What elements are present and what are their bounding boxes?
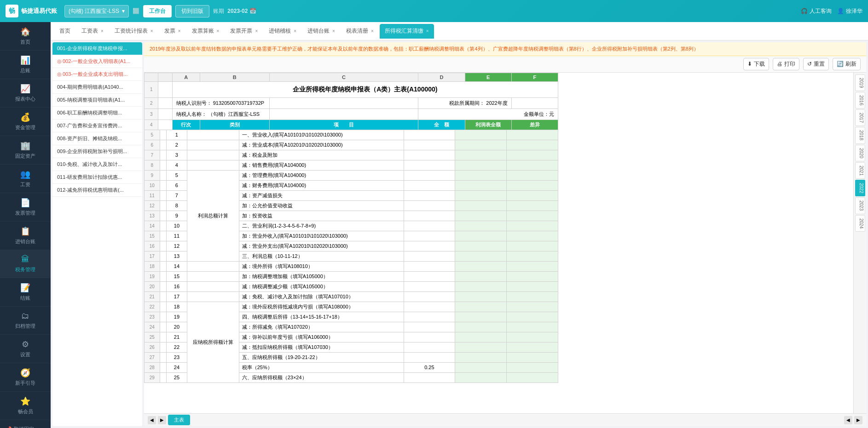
profit-cell[interactable]	[455, 362, 507, 372]
year-2018[interactable]: 2018	[855, 127, 865, 143]
amount-cell[interactable]	[404, 160, 455, 170]
download-btn[interactable]: ⬇ 下载	[743, 58, 769, 70]
tab-purchase-ledger[interactable]: 进销台账 ×	[302, 24, 340, 39]
list-item-012[interactable]: 012-减免所得税优惠明细表(...	[52, 184, 142, 197]
tab-purchase-check-close[interactable]: ×	[294, 29, 296, 34]
profit-cell[interactable]	[455, 281, 507, 291]
diff-cell[interactable]	[507, 150, 558, 160]
spreadsheet-wrapper[interactable]: A B C D E F	[144, 73, 853, 414]
diff-cell[interactable]	[507, 332, 558, 342]
diff-cell[interactable]	[507, 372, 558, 382]
tab-invoice-open-close[interactable]: ×	[255, 29, 258, 34]
profit-cell[interactable]	[455, 302, 507, 312]
amount-cell[interactable]	[404, 312, 455, 322]
amount-cell[interactable]	[404, 281, 455, 291]
tab-home[interactable]: 首页	[54, 24, 75, 39]
amount-cell[interactable]	[404, 332, 455, 342]
amount-cell[interactable]	[404, 140, 455, 150]
unpin-btn[interactable]: 📌 取消固定	[4, 424, 47, 428]
reset-btn[interactable]: ↺ 重置	[803, 58, 829, 70]
service-btn[interactable]: 🎧 人工客询	[801, 7, 832, 15]
profit-cell[interactable]	[455, 342, 507, 352]
tab-tax-clear[interactable]: 税表清册 ×	[341, 24, 379, 39]
amount-cell[interactable]	[404, 130, 455, 140]
tab-payroll[interactable]: 工资表 ×	[76, 24, 109, 39]
amount-cell[interactable]	[404, 150, 455, 160]
diff-cell[interactable]	[507, 281, 558, 291]
copy-icon[interactable]: ⬜	[133, 8, 139, 14]
tab-income-tax[interactable]: 所得税汇算清缴 ×	[380, 24, 434, 39]
tab-invoice-calc-close[interactable]: ×	[217, 29, 220, 34]
list-item-007[interactable]: 007-广告费和业务宣传费跨...	[52, 120, 142, 132]
sidebar-item-archive[interactable]: 🗂 归档管理	[0, 307, 51, 335]
list-item-008[interactable]: 008-资产折旧、摊销及纳税...	[52, 132, 142, 145]
list-item-006[interactable]: 006-职工薪酬纳税调整明细...	[52, 107, 142, 120]
profit-cell[interactable]	[455, 170, 507, 180]
amount-cell[interactable]	[404, 180, 455, 190]
list-item-004[interactable]: 004-期间费用明细表(A1040...	[52, 81, 142, 94]
diff-cell[interactable]	[507, 342, 558, 352]
amount-cell[interactable]	[404, 221, 455, 231]
profit-cell[interactable]	[455, 211, 507, 221]
profit-cell[interactable]	[455, 352, 507, 362]
profit-cell[interactable]	[455, 372, 507, 382]
tab-payroll-stats[interactable]: 工资统计报表 ×	[110, 24, 158, 39]
sidebar-item-close[interactable]: 📝 结账	[0, 278, 51, 307]
amount-cell[interactable]	[404, 241, 455, 251]
profit-cell[interactable]	[455, 271, 507, 281]
workbench-btn[interactable]: 工作台	[143, 5, 172, 17]
diff-cell[interactable]	[507, 291, 558, 302]
print-btn[interactable]: 🖨 打印	[773, 58, 799, 70]
profit-cell[interactable]	[455, 140, 507, 150]
amount-cell[interactable]	[404, 372, 455, 382]
sidebar-item-assets[interactable]: 🏢 固定资产	[0, 136, 51, 165]
diff-cell[interactable]	[507, 140, 558, 150]
diff-cell[interactable]	[507, 231, 558, 241]
profit-cell[interactable]	[455, 231, 507, 241]
diff-cell[interactable]	[507, 221, 558, 231]
amount-cell[interactable]: 0.25	[404, 362, 455, 372]
sidebar-item-ledger[interactable]: 📊 总账	[0, 51, 51, 79]
diff-cell[interactable]	[507, 241, 558, 251]
user-btn[interactable]: 👤 徐泽华	[837, 7, 862, 15]
list-item-011[interactable]: 011-研发费用加计扣除优惠...	[52, 171, 142, 184]
diff-cell[interactable]	[507, 312, 558, 322]
amount-cell[interactable]	[404, 302, 455, 312]
diff-cell[interactable]	[507, 271, 558, 281]
profit-cell[interactable]	[455, 312, 507, 322]
amount-cell[interactable]	[404, 231, 455, 241]
diff-cell[interactable]	[507, 180, 558, 190]
year-2023[interactable]: 2023	[855, 197, 865, 214]
diff-cell[interactable]	[507, 302, 558, 312]
calendar-icon[interactable]: 📅	[249, 8, 256, 14]
bottom-tab-main[interactable]: 主表	[168, 415, 190, 425]
tab-tax-clear-close[interactable]: ×	[371, 29, 374, 34]
scroll-left-btn[interactable]: ◀	[844, 416, 852, 424]
sidebar-item-guide[interactable]: 🧭 新手引导	[0, 363, 51, 392]
prev-tab-btn[interactable]: ◀	[148, 416, 156, 424]
tab-purchase-ledger-close[interactable]: ×	[332, 29, 335, 34]
sidebar-item-purchase-sales[interactable]: 📋 进销台账	[0, 222, 51, 250]
sidebar-item-home[interactable]: 🏠 首页	[0, 22, 51, 51]
sidebar-item-settings[interactable]: ⚙ 设置	[0, 335, 51, 363]
tab-invoice[interactable]: 发票 ×	[159, 24, 186, 39]
year-2024[interactable]: 2024	[855, 215, 865, 232]
diff-cell[interactable]	[507, 130, 558, 140]
year-2020[interactable]: 2020	[855, 145, 865, 161]
profit-cell[interactable]	[455, 241, 507, 251]
tab-purchase-check[interactable]: 进销稽核 ×	[264, 24, 301, 39]
list-item-009[interactable]: 009-企业所得税附加补亏损明...	[52, 145, 142, 158]
diff-cell[interactable]	[507, 211, 558, 221]
diff-cell[interactable]	[507, 322, 558, 332]
tab-income-tax-close[interactable]: ×	[426, 29, 429, 34]
amount-cell[interactable]	[404, 322, 455, 332]
year-2021[interactable]: 2021	[855, 162, 865, 179]
diff-cell[interactable]	[507, 160, 558, 170]
profit-cell[interactable]	[455, 190, 507, 200]
scroll-right-btn[interactable]: ▶	[854, 416, 862, 424]
profit-cell[interactable]	[455, 150, 507, 160]
diff-cell[interactable]	[507, 170, 558, 180]
profit-cell[interactable]	[455, 160, 507, 170]
profit-cell[interactable]	[455, 261, 507, 271]
year-2017[interactable]: 2017	[855, 109, 865, 126]
